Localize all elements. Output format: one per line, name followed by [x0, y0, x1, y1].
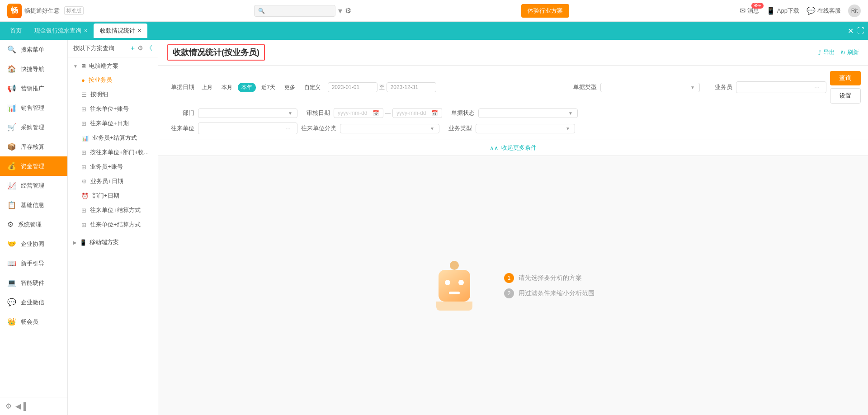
- scheme-item-salesperson-date[interactable]: ⚙ 业务员+日期: [68, 174, 158, 189]
- nav-icon: 🏠: [7, 65, 16, 73]
- logo: 畅 畅捷通好生意 标准版: [7, 4, 84, 18]
- voucher-type-select[interactable]: ▼: [600, 83, 700, 92]
- date-to-input[interactable]: 2023-12-31: [387, 82, 436, 92]
- trial-button[interactable]: 体验行业方案: [521, 4, 569, 18]
- top-search-input[interactable]: 🔍: [254, 5, 335, 17]
- shortcut-more[interactable]: 更多: [281, 83, 299, 92]
- salesperson-select[interactable]: ···: [736, 81, 826, 93]
- avatar[interactable]: Rit: [848, 5, 861, 17]
- salesperson-date-icon: ⚙: [81, 178, 87, 185]
- shortcut-custom[interactable]: 自定义: [301, 83, 324, 92]
- tab-collection-stats[interactable]: 收款情况统计 ×: [94, 24, 147, 38]
- scheme-item-salesperson-account[interactable]: ⊞ 业务员+账号: [68, 160, 158, 174]
- export-btn[interactable]: ⤴ 导出: [818, 48, 835, 57]
- scheme-item-partner-account[interactable]: ⊞ 往来单位+账号: [68, 102, 158, 116]
- scheme-item-partner-date[interactable]: ⊞ 往来单位+日期: [68, 116, 158, 131]
- counterparty-select[interactable]: ···: [198, 123, 297, 134]
- review-date-to[interactable]: yyyy-mm-dd 📅: [392, 108, 442, 118]
- scheme-item-by-salesperson[interactable]: ● 按业务员: [68, 73, 158, 87]
- sidebar-item-finance[interactable]: 💰 资金管理: [0, 156, 67, 176]
- sidebar-item-guide[interactable]: 📖 新手引导: [0, 254, 67, 273]
- scheme-group-desktop: ▼ 🖥 电脑端方案 ● 按业务员 ☰ 按明细 ⊞ 往来单位+账号 ⊞: [68, 57, 158, 234]
- inventory-icon: 📦: [7, 142, 16, 151]
- scheme-panel-title: 按以下方案查询: [73, 44, 114, 52]
- bt-arrow: ▼: [566, 126, 570, 131]
- sidebar-item-nav[interactable]: 🏠 快捷导航: [0, 59, 67, 79]
- app-download-btn[interactable]: 📱 App下载: [766, 6, 799, 15]
- sidebar-item-collab[interactable]: 🤝 企业协同: [0, 234, 67, 254]
- partner-settle1-icon: ⊞: [81, 207, 86, 214]
- sidebar-collapse-icon[interactable]: ◀▐: [15, 402, 26, 410]
- tab-bank-flow[interactable]: 现金银行流水查询 ×: [28, 24, 94, 38]
- online-service-btn[interactable]: 💬 在线客服: [807, 6, 841, 15]
- close-tab-bank[interactable]: ×: [84, 28, 87, 34]
- maximize-tab-action[interactable]: ⛶: [857, 27, 864, 35]
- shortcut-this-year[interactable]: 本年: [238, 83, 256, 92]
- query-btn[interactable]: 查询: [830, 71, 861, 85]
- top-search-bar: 🔍 ▾ ⚙: [254, 5, 351, 17]
- salesperson-ellipsis[interactable]: ···: [814, 84, 820, 91]
- filter-settings-btn[interactable]: 设置: [830, 88, 861, 104]
- desktop-group-arrow: ▼: [73, 64, 78, 69]
- right-content: 收款情况统计(按业务员) ⤴ 导出 ↻ 刷新 单: [158, 40, 868, 415]
- detail-item-label: 按明细: [90, 90, 108, 99]
- scheme-item-dept-date[interactable]: ⏰ 部门+日期: [68, 189, 158, 203]
- scheme-item-partner-dept[interactable]: ⊞ 按往来单位+部门+收...: [68, 145, 158, 160]
- scheme-item-partner-settle2[interactable]: ⊞ 往来单位+结算方式: [68, 217, 158, 232]
- sidebar-item-sales[interactable]: 📊 销售管理: [0, 98, 67, 118]
- sidebar-item-operation[interactable]: 📈 经营管理: [0, 176, 67, 195]
- shortcut-this-month[interactable]: 本月: [218, 83, 236, 92]
- calendar-to-icon[interactable]: 📅: [431, 110, 438, 116]
- hint-text-2: 用过滤条件来缩小分析范围: [519, 289, 594, 297]
- sidebar-item-purchase[interactable]: 🛒 采购管理: [0, 118, 67, 137]
- scheme-collapse-btn[interactable]: 《: [146, 44, 152, 52]
- refresh-btn[interactable]: ↻ 刷新: [840, 48, 859, 57]
- salesperson-account-icon: ⊞: [81, 164, 86, 170]
- collapse-bar[interactable]: ∧∧ 收起更多条件: [158, 140, 868, 156]
- shortcut-last-7days[interactable]: 近7天: [258, 83, 279, 92]
- counterparty-category-select[interactable]: ▼: [340, 124, 439, 133]
- voucher-status-select[interactable]: ▼: [478, 108, 578, 118]
- counterparty-ellipsis[interactable]: ···: [285, 125, 291, 132]
- marketing-icon: 📢: [7, 84, 16, 93]
- sidebar-item-system[interactable]: ⚙ 系统管理: [0, 215, 67, 234]
- dept-select[interactable]: ▼: [198, 108, 297, 118]
- sidebar-item-inventory[interactable]: 📦 库存核算: [0, 137, 67, 156]
- sidebar-settings-icon[interactable]: ⚙: [5, 402, 12, 410]
- scheme-item-by-detail[interactable]: ☰ 按明细: [68, 87, 158, 102]
- salesperson-item-label: 按业务员: [89, 76, 112, 84]
- scheme-group-desktop-title[interactable]: ▼ 🖥 电脑端方案: [68, 59, 158, 73]
- app-name: 畅捷通好生意: [24, 7, 60, 15]
- calendar-from-icon[interactable]: 📅: [373, 110, 379, 116]
- scheme-group-mobile-title[interactable]: ▶ 📱 移动端方案: [68, 236, 158, 249]
- shortcut-last-month[interactable]: 上月: [198, 83, 216, 92]
- sidebar-item-member[interactable]: 👑 畅会员: [0, 312, 67, 331]
- close-tab-collection[interactable]: ×: [138, 28, 141, 34]
- tab-home[interactable]: 首页: [4, 24, 28, 38]
- close-tab-action[interactable]: ✕: [848, 27, 854, 35]
- sidebar-item-search[interactable]: 🔍 搜索菜单: [0, 40, 67, 59]
- date-range: 2023-01-01 至 2023-12-31: [328, 82, 436, 92]
- review-date-from[interactable]: yyyy-mm-dd 📅: [334, 108, 383, 118]
- top-settings-icon[interactable]: ⚙: [345, 6, 351, 15]
- messages-btn[interactable]: ✉ 消息 99+: [740, 6, 759, 15]
- salesperson-account-label: 业务员+账号: [90, 163, 123, 171]
- hint-text-1: 请先选择要分析的方案: [519, 274, 582, 282]
- sidebar-item-basic[interactable]: 📋 基础信息: [0, 195, 67, 215]
- biz-type-select[interactable]: ▼: [476, 124, 575, 133]
- scheme-settings-btn[interactable]: ⚙: [137, 44, 143, 52]
- export-icon: ⤴: [818, 49, 821, 56]
- online-service-label: 在线客服: [817, 7, 841, 15]
- member-icon: 👑: [7, 317, 16, 326]
- top-bar: 畅 畅捷通好生意 标准版 🔍 ▾ ⚙ 体验行业方案 ✉ 消息 99+ 📱 App…: [0, 0, 868, 22]
- sidebar-item-marketing[interactable]: 📢 营销推广: [0, 79, 67, 98]
- date-from-input[interactable]: 2023-01-01: [328, 82, 377, 92]
- scheme-add-btn[interactable]: +: [131, 44, 135, 52]
- scheme-item-partner-settle1[interactable]: ⊞ 往来单位+结算方式: [68, 203, 158, 217]
- biz-type-label: 业务类型: [443, 124, 472, 132]
- sidebar-item-hardware[interactable]: 💻 智能硬件: [0, 273, 67, 292]
- sidebar-item-wechat[interactable]: 💬 企业微信: [0, 292, 67, 312]
- partner-account-label: 往来单位+账号: [90, 105, 129, 113]
- scheme-item-salesperson-settle[interactable]: 📊 业务员+结算方式: [68, 131, 158, 145]
- top-dropdown-icon[interactable]: ▾: [338, 6, 342, 16]
